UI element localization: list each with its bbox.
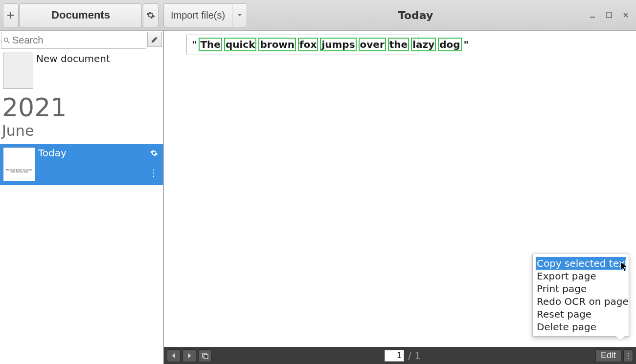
edit-button[interactable]: Edit xyxy=(595,349,621,362)
document-thumb-text: The quick brown fox jumps over the lazy … xyxy=(3,169,35,173)
compose-icon xyxy=(151,36,159,43)
edit-label: Edit xyxy=(601,350,616,361)
ocr-word[interactable]: jumps xyxy=(320,38,356,51)
gear-icon xyxy=(150,149,158,157)
content-area: New document 2021 June The quick brown f… xyxy=(0,31,636,364)
titlebar: Documents Import file(s) Today xyxy=(0,0,636,31)
prev-page-button[interactable] xyxy=(167,349,181,362)
document-settings-button[interactable] xyxy=(150,149,158,157)
new-document-label: New document xyxy=(36,52,110,64)
total-pages-label: / 1 xyxy=(406,350,423,362)
svg-rect-5 xyxy=(204,355,208,359)
context-menu-item[interactable]: Reset page xyxy=(536,308,626,321)
kebab-icon: ⋮ xyxy=(149,168,158,178)
gear-icon xyxy=(146,11,155,20)
svg-rect-0 xyxy=(590,17,595,18)
sidebar: New document 2021 June The quick brown f… xyxy=(0,31,164,364)
next-page-button[interactable] xyxy=(182,349,196,362)
ocr-word[interactable]: over xyxy=(359,38,386,51)
context-menu-tail xyxy=(616,336,625,341)
svg-line-3 xyxy=(8,41,10,43)
ocr-word[interactable]: quick xyxy=(224,38,257,51)
ocr-text-line[interactable]: "Thequickbrownfoxjumpsoverthelazydog" xyxy=(192,38,469,51)
context-menu-item[interactable]: Export page xyxy=(536,270,626,282)
ocr-word[interactable]: brown xyxy=(258,38,296,51)
documents-settings-button[interactable] xyxy=(143,3,159,27)
quote-close: " xyxy=(464,39,469,50)
bottom-bar: / 1 Edit ⋮ xyxy=(164,347,636,364)
page-context-menu: Copy selected textExport pagePrint pageR… xyxy=(532,254,629,337)
quote-open: " xyxy=(192,39,197,50)
context-menu-item[interactable]: Print page xyxy=(536,282,626,295)
import-label: Import file(s) xyxy=(171,10,225,21)
minimize-icon xyxy=(590,12,595,18)
copy-icon xyxy=(202,352,208,359)
documents-tab[interactable]: Documents xyxy=(20,3,142,27)
svg-rect-1 xyxy=(607,13,612,18)
window-minimize-button[interactable] xyxy=(584,7,601,23)
document-item-today[interactable]: The quick brown fox jumps over the lazy … xyxy=(0,144,163,185)
duplicate-page-button[interactable] xyxy=(198,349,212,362)
chevron-down-icon xyxy=(237,12,243,18)
new-document-button[interactable] xyxy=(3,3,19,27)
sidebar-month: June xyxy=(0,122,163,144)
ocr-word[interactable]: lazy xyxy=(411,38,436,51)
window-maximize-button[interactable] xyxy=(601,7,617,23)
scanned-page[interactable]: "Thequickbrownfoxjumpsoverthelazydog" xyxy=(186,35,418,54)
arrow-right-icon xyxy=(186,353,192,359)
search-icon xyxy=(1,37,12,44)
ocr-word[interactable]: dog xyxy=(438,38,461,51)
context-menu-item[interactable]: Redo OCR on page xyxy=(536,295,626,308)
svg-point-2 xyxy=(4,38,8,41)
kebab-icon: ⋮ xyxy=(625,352,632,360)
document-title: Today xyxy=(35,147,67,159)
search-input[interactable] xyxy=(12,35,146,46)
new-document-item[interactable]: New document xyxy=(0,50,163,89)
current-page-input[interactable] xyxy=(385,350,404,362)
sidebar-year: 2021 xyxy=(0,89,163,122)
window-title: Today xyxy=(247,9,584,21)
main-viewer: "Thequickbrownfoxjumpsoverthelazydog" Co… xyxy=(164,31,636,364)
ocr-word[interactable]: The xyxy=(199,38,222,51)
window-close-button[interactable] xyxy=(617,7,634,23)
ocr-word[interactable]: fox xyxy=(298,38,318,51)
import-files-dropdown[interactable] xyxy=(232,3,247,27)
maximize-icon xyxy=(606,12,612,18)
plus-icon xyxy=(7,11,15,19)
ocr-word[interactable]: the xyxy=(388,38,409,51)
documents-label: Documents xyxy=(51,9,110,21)
window-title-text: Today xyxy=(398,9,433,21)
document-thumb: The quick brown fox jumps over the lazy … xyxy=(3,147,35,181)
context-menu-item[interactable]: Delete page xyxy=(536,321,626,333)
import-files-button[interactable]: Import file(s) xyxy=(163,3,232,27)
arrow-left-icon xyxy=(171,353,177,359)
page-more-button[interactable]: ⋮ xyxy=(623,349,633,362)
new-document-thumb xyxy=(3,52,33,89)
document-more-button[interactable]: ⋮ xyxy=(149,168,158,178)
compose-button[interactable] xyxy=(147,32,162,47)
close-icon xyxy=(623,12,629,18)
context-menu-item[interactable]: Copy selected text xyxy=(536,257,626,270)
search-row xyxy=(1,32,146,49)
